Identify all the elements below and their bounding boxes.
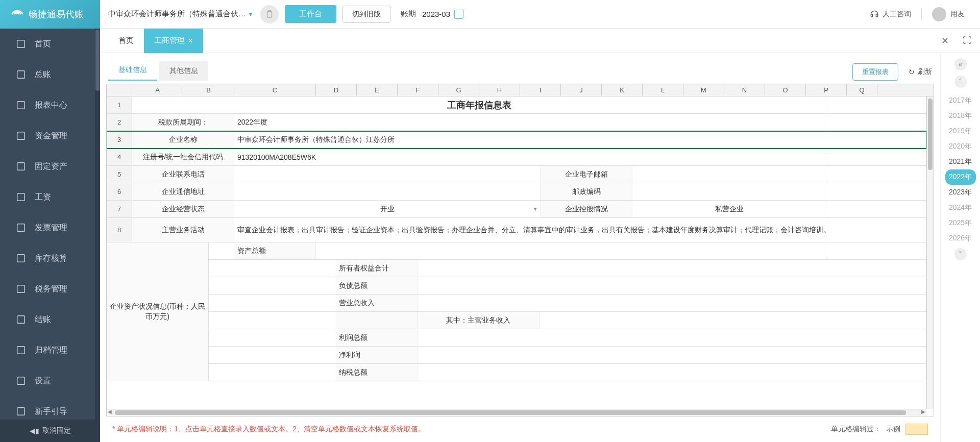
row-header-8[interactable]: 8 bbox=[107, 218, 132, 242]
sidebar-item-settings[interactable]: 设置 bbox=[0, 365, 100, 396]
main-rev-label[interactable]: 其中：主营业务收入 bbox=[418, 312, 540, 329]
sheet-horizontal-scrollbar[interactable] bbox=[107, 409, 926, 416]
year-2021年[interactable]: 2021年 bbox=[945, 154, 976, 169]
year-2020年[interactable]: 2020年 bbox=[945, 139, 976, 154]
company-selector[interactable]: 中审众环会计师事务所（特殊普通合伙… ▾ bbox=[100, 9, 260, 19]
row-header-4[interactable]: 4 bbox=[107, 149, 132, 165]
col-header-Q[interactable]: Q bbox=[847, 84, 877, 96]
sidebar-scrollbar[interactable] bbox=[95, 29, 100, 420]
year-2017年[interactable]: 2017年 bbox=[945, 93, 976, 108]
main-biz-value[interactable]: 审查企业会计报表；出具审计报告；验证企业资本；出具验资报告；办理企业合并、分立、… bbox=[234, 218, 826, 242]
postcode-label[interactable]: 邮政编码 bbox=[541, 183, 632, 200]
row16-label[interactable]: 纳税总额 bbox=[336, 364, 418, 381]
reg-code-value[interactable]: 91320100MA208E5W6K bbox=[234, 149, 826, 165]
tab-home[interactable]: 首页 bbox=[108, 29, 144, 53]
sidebar-item-home[interactable]: 首页 bbox=[0, 29, 100, 59]
row10-label[interactable]: 所有者权益合计 bbox=[336, 260, 418, 277]
year-collapse-icon[interactable]: « bbox=[954, 58, 967, 70]
sidebar-item-tax[interactable]: 税务管理 bbox=[0, 274, 100, 304]
year-2026年[interactable]: 2026年 bbox=[945, 231, 976, 246]
sidebar-item-stock[interactable]: 库存核算 bbox=[0, 243, 100, 274]
asset-info-label[interactable]: 企业资产状况信息(币种：人民币万元) bbox=[107, 242, 209, 381]
close-icon[interactable]: ✕ bbox=[188, 37, 193, 44]
sheet-vertical-scrollbar[interactable] bbox=[926, 96, 934, 409]
subtab-basic-info[interactable]: 基础信息 bbox=[108, 60, 157, 81]
row15-value[interactable] bbox=[418, 347, 926, 363]
col-header-B[interactable]: B bbox=[183, 84, 234, 96]
sidebar-item-ledger[interactable]: 总账 bbox=[0, 59, 100, 90]
col-header-M[interactable]: M bbox=[683, 84, 724, 96]
sidebar-item-archive[interactable]: 归档管理 bbox=[0, 335, 100, 365]
sidebar-unpin[interactable]: ◀▮ 取消固定 bbox=[0, 420, 100, 442]
year-2019年[interactable]: 2019年 bbox=[945, 124, 976, 139]
workspace-button[interactable]: 工作台 bbox=[285, 5, 336, 23]
row-header-5[interactable]: 5 bbox=[107, 166, 132, 183]
tab-business-admin[interactable]: 工商管理 ✕ bbox=[144, 29, 203, 53]
reg-code-label[interactable]: 注册号/统一社会信用代码 bbox=[132, 149, 234, 165]
year-2018年[interactable]: 2018年 bbox=[945, 108, 976, 124]
year-2023年[interactable]: 2023年 bbox=[945, 185, 976, 200]
year-scroll-down-icon[interactable]: ˅ bbox=[954, 248, 967, 260]
row9-label[interactable]: 资产总额 bbox=[234, 242, 316, 259]
sidebar-item-money[interactable]: 资金管理 bbox=[0, 120, 100, 151]
reset-report-button[interactable]: 重置报表 bbox=[852, 63, 898, 81]
user-menu[interactable]: 用友 bbox=[932, 7, 965, 21]
sheet-title[interactable]: 工商年报信息表 bbox=[132, 96, 826, 113]
fullscreen-icon[interactable]: ⛶ bbox=[960, 33, 975, 48]
year-scroll-up-icon[interactable]: ˄ bbox=[954, 76, 967, 88]
sidebar-item-chart[interactable]: 报表中心 bbox=[0, 90, 100, 120]
col-header-I[interactable]: I bbox=[520, 84, 561, 96]
row-header-1[interactable]: 1 bbox=[107, 96, 132, 113]
calendar-icon[interactable] bbox=[454, 10, 463, 19]
address-value[interactable] bbox=[234, 183, 541, 200]
company-name-label[interactable]: 企业名称 bbox=[132, 131, 234, 148]
select-all-corner[interactable] bbox=[107, 84, 132, 96]
phone-value[interactable] bbox=[234, 166, 541, 183]
row12-value[interactable] bbox=[418, 294, 926, 311]
holding-value[interactable]: 私营企业 bbox=[632, 201, 826, 217]
row10-value[interactable] bbox=[418, 260, 926, 277]
old-version-button[interactable]: 切到旧版 bbox=[342, 6, 390, 23]
status-value[interactable]: 开业 bbox=[234, 201, 541, 217]
col-header-C[interactable]: C bbox=[234, 84, 316, 96]
row-header-6[interactable]: 6 bbox=[107, 183, 132, 200]
year-2022年[interactable]: 2022年 bbox=[945, 169, 976, 185]
row14-value[interactable] bbox=[418, 329, 926, 346]
col-header-F[interactable]: F bbox=[398, 84, 438, 96]
company-name-value[interactable]: 中审众环会计师事务所（特殊普通合伙）江苏分所 bbox=[234, 131, 826, 148]
col-header-N[interactable]: N bbox=[724, 84, 765, 96]
status-label[interactable]: 企业经营状态 bbox=[132, 201, 234, 217]
consult-button[interactable]: 人工咨询 bbox=[869, 9, 911, 19]
row11-value[interactable] bbox=[418, 277, 926, 294]
col-header-P[interactable]: P bbox=[806, 84, 847, 96]
email-value[interactable] bbox=[632, 166, 826, 183]
phone-label[interactable]: 企业联系电话 bbox=[132, 166, 234, 183]
sidebar-item-salary[interactable]: 工资 bbox=[0, 182, 100, 212]
period-value[interactable]: 2023-03 bbox=[422, 10, 450, 18]
sidebar-item-close-acct[interactable]: 结账 bbox=[0, 304, 100, 335]
col-header-O[interactable]: O bbox=[765, 84, 806, 96]
row9-value[interactable] bbox=[316, 242, 826, 259]
period-value-cell[interactable]: 2022年度 bbox=[234, 114, 826, 131]
row-header-2[interactable]: 2 bbox=[107, 114, 132, 131]
sidebar-item-guide[interactable]: 新手引导 bbox=[0, 396, 100, 420]
year-2025年[interactable]: 2025年 bbox=[945, 215, 976, 231]
sidebar-item-invoice[interactable]: 发票管理 bbox=[0, 212, 100, 243]
col-header-D[interactable]: D bbox=[316, 84, 357, 96]
col-header-A[interactable]: A bbox=[132, 84, 183, 96]
col-header-E[interactable]: E bbox=[357, 84, 398, 96]
main-rev-value[interactable] bbox=[540, 312, 926, 329]
row-header-3[interactable]: 3 bbox=[107, 131, 132, 148]
subtab-other-info[interactable]: 其他信息 bbox=[159, 61, 208, 81]
address-label[interactable]: 企业通信地址 bbox=[132, 183, 234, 200]
main-biz-label[interactable]: 主营业务活动 bbox=[132, 218, 234, 242]
row-header-7[interactable]: 7 bbox=[107, 201, 132, 217]
col-header-J[interactable]: J bbox=[561, 84, 602, 96]
email-label[interactable]: 企业电子邮箱 bbox=[541, 166, 632, 183]
col-header-G[interactable]: G bbox=[438, 84, 479, 96]
refresh-button[interactable]: ↻ 刷新 bbox=[909, 67, 932, 77]
row14-label[interactable]: 利润总额 bbox=[336, 329, 418, 346]
holding-label[interactable]: 企业控股情况 bbox=[541, 201, 632, 217]
clipboard-icon[interactable] bbox=[260, 5, 279, 23]
col-header-L[interactable]: L bbox=[643, 84, 683, 96]
